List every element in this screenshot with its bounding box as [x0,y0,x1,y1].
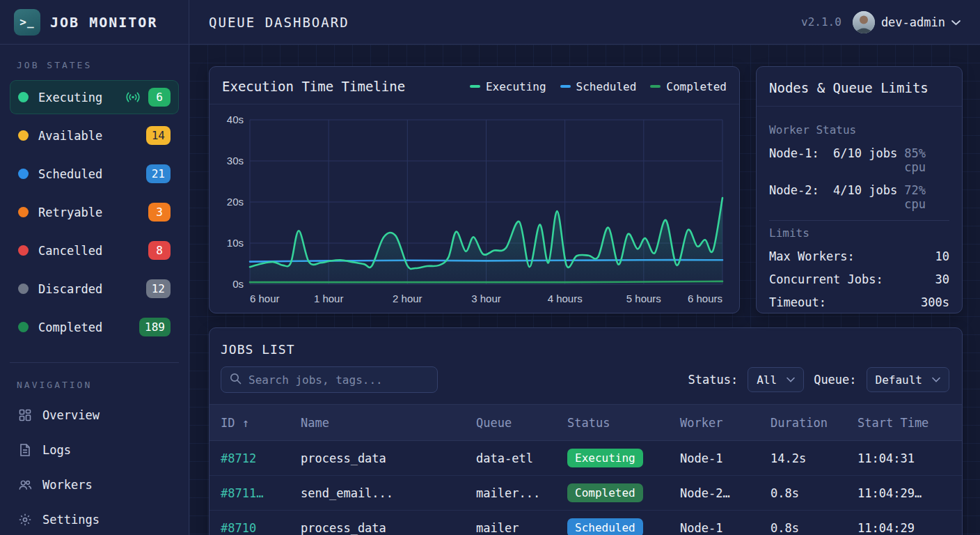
sidebar-item-settings[interactable]: Settings [10,504,179,535]
chevron-down-icon [932,377,940,382]
state-right: 8 [148,241,171,260]
sidebar-item-retryable[interactable]: Retryable3 [10,195,179,229]
sidebar-item-available[interactable]: Available14 [10,118,179,153]
legend-label: Executing [486,80,546,93]
y-tick-label: 30s [227,155,244,166]
legend-item-completed: Completed [650,80,727,93]
job-states-list: Executing6Available14Scheduled21Retryabl… [10,80,179,348]
job-status-cell: Executing [567,449,680,467]
search-box[interactable] [221,366,438,393]
state-label: Available [38,129,102,143]
column-header-name[interactable]: Name [301,416,476,430]
job-id-link[interactable]: #8712 [221,451,301,465]
chevron-down-icon [951,15,961,29]
legend-swatch [560,85,571,88]
queue-filter-select[interactable]: Default [867,367,949,392]
job-name: send_email... [301,486,476,500]
limit-value: 30 [935,272,949,286]
column-header-status[interactable]: Status [567,416,680,430]
job-id-link[interactable]: #8711… [221,486,301,500]
job-id-link[interactable]: #8710 [221,521,301,535]
y-tick-label: 40s [227,114,244,125]
job-start-time: 11:04:29 [858,521,962,535]
avatar[interactable] [853,11,875,33]
state-label: Discarded [38,282,102,296]
worker-status-row: Node-1: 6/10 jobs85% cpu [769,146,949,174]
column-header-queue[interactable]: Queue [476,416,567,430]
sidebar-item-completed[interactable]: Completed189 [10,310,179,344]
column-header-start-time[interactable]: Start Time [858,416,962,430]
navigation-list: OverviewLogsWorkersSettings [10,400,179,535]
sidebar-item-overview[interactable]: Overview [10,400,179,431]
state-right: 6 [125,88,171,107]
limit-label: Concurrent Jobs: [769,272,883,286]
legend-label: Scheduled [576,80,637,93]
worker-cpu: 85% cpu [904,146,949,174]
sidebar-item-scheduled[interactable]: Scheduled21 [10,157,179,191]
nav-label: Logs [42,443,71,457]
state-label: Executing [38,91,102,104]
job-duration: 0.8s [770,486,858,500]
status-badge: Completed [567,483,643,502]
nodes-queue-limits-card: Nodes & Queue Limits Worker Status Node-… [756,66,963,313]
status-badge: Scheduled [567,518,643,535]
worker-name: Node-2: 4/10 jobs [769,183,897,211]
job-name: process_data [301,451,476,465]
navigation-heading: NAVIGATION [10,380,179,390]
state-right: 14 [146,126,171,145]
state-label: Cancelled [38,244,102,258]
job-start-time: 11:04:31 [858,451,962,465]
sidebar-item-cancelled[interactable]: Cancelled8 [10,233,179,268]
status-filter-select[interactable]: All [748,367,804,392]
job-worker: Node-2… [680,486,770,500]
people-icon [18,479,32,491]
x-tick-label: 4 hours [548,293,583,304]
job-queue: mailer [476,521,567,535]
x-tick-label: 3 hour [471,293,501,304]
worker-status-heading: Worker Status [769,123,949,137]
chart-legend: ExecutingScheduledCompleted [470,80,727,93]
state-right: 12 [146,279,171,298]
column-header-duration[interactable]: Duration [770,416,858,430]
job-duration: 14.2s [770,451,858,465]
jobs-table-header: ID ↑NameQueueStatusWorkerDurationStart T… [210,404,962,441]
table-row[interactable]: #8712process_datadata-etlExecutingNode-1… [210,441,962,476]
user-menu[interactable]: dev-admin [853,11,961,33]
worker-name: Node-1: 6/10 jobs [769,146,897,174]
table-row[interactable]: #8711…send_email...mailer...CompletedNod… [210,476,962,511]
table-row[interactable]: #8710process_datamailerScheduledNode-10.… [210,511,962,535]
chevron-down-icon [787,377,795,382]
state-label: Scheduled [38,167,102,181]
worker-status-list: Node-1: 6/10 jobs85% cpuNode-2: 4/10 job… [769,146,949,211]
state-count-badge: 14 [146,126,171,145]
column-header-id--[interactable]: ID ↑ [221,416,301,430]
sidebar-item-executing[interactable]: Executing6 [10,80,179,114]
sidebar-item-discarded[interactable]: Discarded12 [10,272,179,306]
state-count-badge: 12 [146,279,171,298]
page-title: QUEUE DASHBOARD [209,15,349,30]
sidebar-item-logs[interactable]: Logs [10,435,179,465]
status-badge: Executing [567,449,643,467]
search-input[interactable] [248,373,429,387]
state-count-badge: 21 [146,164,171,183]
state-dot [18,284,29,294]
limits-list: Max Workers:10Concurrent Jobs:30Timeout:… [769,249,949,309]
state-dot [18,169,29,179]
y-tick-label: 10s [227,237,244,249]
username[interactable]: dev-admin [881,15,945,29]
job-status-cell: Scheduled [567,518,680,535]
limit-value: 300s [921,295,949,309]
nav-label: Settings [42,513,100,527]
job-name: process_data [301,521,476,535]
column-header-worker[interactable]: Worker [680,416,770,430]
legend-swatch [650,85,661,88]
document-icon [18,443,32,457]
jobs-table-body: #8712process_datadata-etlExecutingNode-1… [210,441,962,535]
job-states-heading: JOB STATES [10,60,179,70]
version-label: v2.1.0 [801,15,841,29]
x-tick-label: 1 hour [314,293,344,304]
legend-label: Completed [666,80,727,93]
nodes-card-title: Nodes & Queue Limits [757,67,962,107]
sidebar-item-workers[interactable]: Workers [10,470,179,500]
worker-cpu: 72% cpu [904,183,949,211]
